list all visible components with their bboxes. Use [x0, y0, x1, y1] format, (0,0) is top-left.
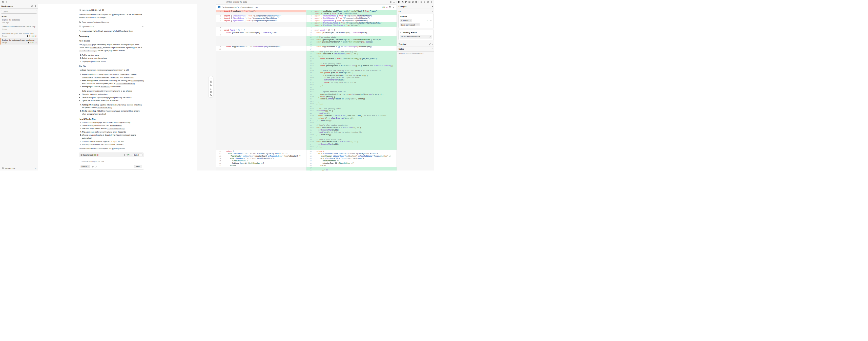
git-compare-icon[interactable]: [210, 94, 212, 96]
send-button[interactable]: Send: [134, 165, 142, 168]
diff-row: 38+ console.error('Failed to load plans:…: [306, 98, 397, 100]
diff-view-icon[interactable]: [210, 81, 212, 83]
tool-call-row[interactable]: Read medusa/src/pages/Agent.tsx: [79, 21, 144, 23]
toggle-left-panel-icon[interactable]: [398, 1, 400, 3]
tool-call-row[interactable]: npm run build 2>&1 | tail -80: [79, 9, 144, 11]
pause-icon[interactable]: [390, 1, 392, 3]
divider: [210, 87, 212, 87]
diff-row: [216, 55, 306, 57]
diff-row: [216, 110, 306, 112]
spark-icon[interactable]: [123, 154, 126, 156]
diff-row: [216, 51, 306, 53]
workspace-item[interactable]: Create Good First Issues on Github So p6…: [0, 25, 38, 31]
workspace-item[interactable]: Explore the codebase35m ago: [0, 18, 38, 25]
working-branch-input[interactable]: vk/3ccf-explore-the-code: [400, 35, 432, 38]
inline-code: get_all_plans: [99, 131, 112, 133]
todos-status-icon[interactable]: [127, 154, 129, 156]
branch-dropdown[interactable]: master: [400, 19, 412, 22]
diff-row: [216, 89, 306, 91]
diff-deletions: -1: [386, 6, 388, 8]
assistant-paragraph: The build completed successfully with no…: [79, 13, 144, 19]
open-pull-request-button[interactable]: Open pull request: [400, 23, 420, 26]
diff-row: 55+ // Handle plan modal close: [306, 138, 397, 141]
message-input[interactable]: [81, 160, 143, 163]
list-item: Opens the modal when a new plan is detec…: [82, 99, 144, 102]
diff-row: [216, 107, 306, 110]
archive-window-icon[interactable]: [2, 1, 4, 3]
diff-row: 15+: [306, 43, 397, 45]
working-branch-value: vk/3ccf-explore-the-code: [401, 36, 420, 37]
collapse-all-icon[interactable]: [393, 1, 395, 3]
diff-row: [216, 167, 306, 169]
diff-row: [216, 58, 306, 60]
chevron-down-icon[interactable]: [142, 25, 144, 28]
workspace-search[interactable]: [1, 10, 37, 14]
add-workspace-icon[interactable]: [34, 5, 37, 7]
diff-body[interactable]: 1-import { useState } from "react";2impo…: [216, 10, 397, 170]
inline-code: loadPlans: [100, 86, 110, 88]
layers-icon[interactable]: [31, 5, 33, 7]
changes-section-header[interactable]: Changes: [397, 4, 434, 9]
expand-icon[interactable]: [429, 43, 431, 45]
notes-section-header[interactable]: Notes: [397, 47, 434, 51]
sign-out-icon[interactable]: [6, 1, 8, 3]
diff-row: 19+ const loadPlans = useCallback(async …: [306, 53, 397, 55]
diff-row: 3import { ChatInterface } from "@/compon…: [306, 15, 397, 17]
chevron-right-icon: [432, 6, 433, 7]
settings-icon[interactable]: [430, 1, 432, 3]
help-icon[interactable]: [427, 1, 429, 3]
edit-branch-icon[interactable]: [429, 36, 431, 37]
diff-row: 68+ {/* Pl: [306, 169, 397, 170]
notes-input[interactable]: Add notes about this workspace...: [397, 52, 434, 55]
diff-row: [216, 76, 306, 79]
collapse-diff-icon[interactable]: [393, 6, 395, 8]
assistant-paragraph: The Agent.tsx page was missing all plan …: [79, 43, 144, 52]
toggle-right-panel-icon[interactable]: [415, 1, 417, 3]
list-item: Calls invoke<PlanItem[]>('get_all_plans'…: [82, 90, 144, 93]
inline-code: PlanStatus: [123, 76, 134, 79]
section-heading: Root Cause: [79, 40, 144, 42]
workspace-item[interactable]: Explore the codebase I want you to exp7h…: [0, 38, 38, 45]
view-archive-button[interactable]: View Archive 0: [0, 166, 38, 170]
diff-row: [216, 24, 306, 27]
list-item: Polling effect: Set up a polling interva…: [82, 103, 144, 109]
files-changed-badge[interactable]: 2 files changed +61 -3: [80, 154, 99, 156]
mode-dropdown[interactable]: Default: [81, 165, 90, 168]
git-section-header[interactable]: Git: [397, 9, 434, 13]
diff-row: [216, 148, 306, 150]
diff-row: 14 <div className="flex flex-1 overflow-…: [216, 157, 306, 160]
window-title: vk/3ccf-explore-the-code: [226, 1, 247, 3]
run-icon[interactable]: [210, 88, 212, 90]
diff-row: 7 const [sidebarOpen, setSidebarOpen] = …: [216, 32, 306, 34]
announcement-icon[interactable]: [424, 1, 426, 3]
list-item: When a new pending plan is detected, the…: [82, 133, 144, 140]
preview-icon[interactable]: [210, 91, 212, 93]
workspace-time: 7h ago: [2, 35, 7, 37]
diff-row: 40+ }, []);: [306, 103, 397, 105]
drag-handle-icon[interactable]: [210, 77, 212, 79]
more-options-icon[interactable]: [430, 20, 432, 22]
diff-mode-icon[interactable]: [389, 6, 391, 8]
inline-code: useRef: [131, 73, 137, 75]
file-icon: [27, 35, 29, 37]
terminal-section-header[interactable]: Terminal: [397, 42, 434, 46]
diff-row: [216, 138, 306, 141]
monitor-panel-icon[interactable]: [412, 1, 414, 3]
changes-summary-bar: 2 files changed +61 -3 Latest: [79, 153, 144, 157]
workspace-item[interactable]: Install and integrate Vibe Kanban Web7h …: [0, 31, 38, 38]
latest-dropdown[interactable]: Latest: [133, 154, 143, 156]
git-branch-icon[interactable]: [405, 1, 407, 3]
section-heading: How It Works Now: [79, 118, 144, 120]
annotate-icon[interactable]: [95, 166, 97, 168]
diff-row: 6+import { PlanReviewModal } from "@/com…: [306, 22, 397, 24]
terminal-panel-icon[interactable]: [408, 1, 410, 3]
copy-icon[interactable]: [210, 84, 212, 86]
list-item: Detect when a new plan arrives: [82, 57, 144, 59]
chat-panel-icon[interactable]: [402, 1, 404, 3]
diff-row: 12 <div className="flex flex-col h-scree…: [216, 153, 306, 155]
inline-code: pendingPlan: [87, 113, 98, 115]
search-input[interactable]: [2, 11, 36, 13]
attach-icon[interactable]: [92, 166, 94, 168]
menu-icon[interactable]: [420, 1, 422, 3]
tool-call-row[interactable]: Updated Todos: [79, 25, 144, 28]
